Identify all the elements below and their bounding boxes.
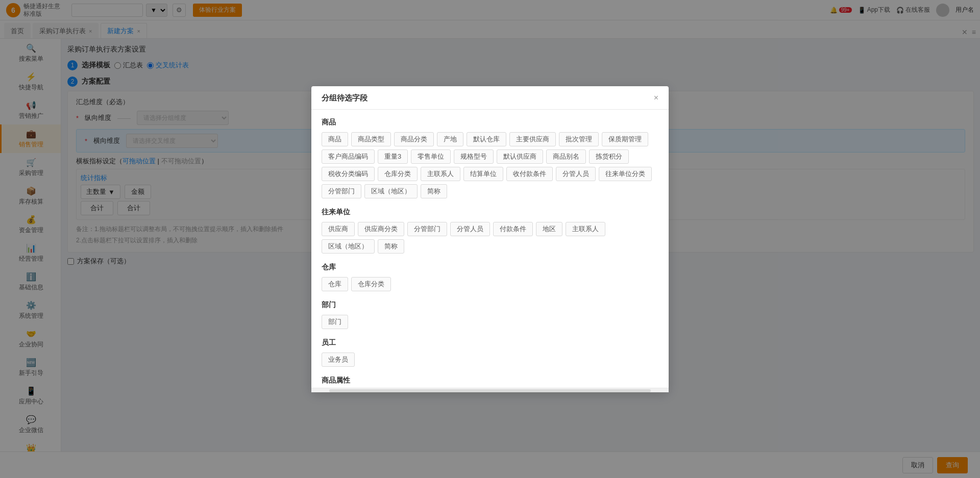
tag-dept[interactable]: 部门 xyxy=(322,315,348,329)
modal-body: 商品 商品 商品类型 商品分类 产地 默认仓库 主要供应商 批次管理 保质期管理… xyxy=(311,110,669,388)
tag-origin[interactable]: 产地 xyxy=(437,132,463,146)
tag-supervisor[interactable]: 分管人员 xyxy=(556,167,596,181)
tag-customer-code[interactable]: 客户商品编码 xyxy=(322,149,375,164)
tag-region2[interactable]: 区域（地区） xyxy=(322,239,375,254)
tag-product-alias[interactable]: 商品别名 xyxy=(546,149,586,164)
tag-supplier[interactable]: 供应商 xyxy=(322,222,355,236)
tag-product-type[interactable]: 商品类型 xyxy=(351,132,391,146)
tag-partner-cat[interactable]: 往来单位分类 xyxy=(599,167,652,181)
modal-overlay: 分组待选字段 × 商品 商品 商品类型 商品分类 产地 默认仓库 主要供应商 批… xyxy=(0,0,980,478)
tag-short-name[interactable]: 简称 xyxy=(421,184,447,198)
product-tags: 商品 商品类型 商品分类 产地 默认仓库 主要供应商 批次管理 保质期管理 客户… xyxy=(322,132,658,198)
tag-tax-code[interactable]: 税收分类编码 xyxy=(322,167,375,181)
section-employee-title: 员工 xyxy=(322,338,658,347)
tag-main-contact2[interactable]: 主联系人 xyxy=(566,222,605,236)
modal-hscroll[interactable] xyxy=(311,388,669,392)
tag-batch-mgmt[interactable]: 批次管理 xyxy=(559,132,599,146)
section-product-attr: 商品属性 属性 颜色 多规格 尺码 鞋码 1 xyxy=(322,376,658,388)
tag-retail-unit[interactable]: 零售单位 xyxy=(411,149,451,164)
section-product-attr-title: 商品属性 xyxy=(322,376,658,385)
employee-tags: 业务员 xyxy=(322,353,658,367)
tag-dept-charge[interactable]: 分管部门 xyxy=(322,184,361,198)
section-product-title: 商品 xyxy=(322,118,658,127)
field-select-modal: 分组待选字段 × 商品 商品 商品类型 商品分类 产地 默认仓库 主要供应商 批… xyxy=(311,86,669,392)
tag-salesperson[interactable]: 业务员 xyxy=(322,353,355,367)
section-partner: 往来单位 供应商 供应商分类 分管部门 分管人员 付款条件 地区 主联系人 区域… xyxy=(322,208,658,254)
tag-dept-person[interactable]: 分管人员 xyxy=(450,222,490,236)
tag-dept-mgmt[interactable]: 分管部门 xyxy=(407,222,447,236)
tag-pick-points[interactable]: 拣货积分 xyxy=(589,149,629,164)
tag-settlement-unit[interactable]: 结算单位 xyxy=(463,167,503,181)
tag-payment-terms[interactable]: 收付款条件 xyxy=(506,167,553,181)
section-warehouse-title: 仓库 xyxy=(322,263,658,272)
tag-product-category[interactable]: 商品分类 xyxy=(394,132,434,146)
tag-shelf-life[interactable]: 保质期管理 xyxy=(602,132,648,146)
tag-pay-terms[interactable]: 付款条件 xyxy=(493,222,533,236)
tag-weight3[interactable]: 重量3 xyxy=(378,149,408,164)
warehouse-tags: 仓库 仓库分类 xyxy=(322,277,658,291)
tag-warehouse-cat[interactable]: 仓库分类 xyxy=(378,167,418,181)
dept-tags: 部门 xyxy=(322,315,658,329)
tag-default-warehouse[interactable]: 默认仓库 xyxy=(467,132,506,146)
partner-tags: 供应商 供应商分类 分管部门 分管人员 付款条件 地区 主联系人 区域（地区） … xyxy=(322,222,658,254)
modal-close-btn[interactable]: × xyxy=(654,94,658,102)
section-product: 商品 商品 商品类型 商品分类 产地 默认仓库 主要供应商 批次管理 保质期管理… xyxy=(322,118,658,198)
tag-product[interactable]: 商品 xyxy=(322,132,348,146)
section-dept: 部门 部门 xyxy=(322,300,658,329)
section-warehouse: 仓库 仓库 仓库分类 xyxy=(322,263,658,291)
modal-header: 分组待选字段 × xyxy=(311,86,669,110)
tag-spec-model[interactable]: 规格型号 xyxy=(454,149,494,164)
tag-supplier-cat[interactable]: 供应商分类 xyxy=(358,222,404,236)
tag-warehouse[interactable]: 仓库 xyxy=(322,277,348,291)
tag-main-contact[interactable]: 主联系人 xyxy=(421,167,460,181)
tag-short-name2[interactable]: 简称 xyxy=(378,239,404,254)
section-partner-title: 往来单位 xyxy=(322,208,658,217)
modal-title: 分组待选字段 xyxy=(322,93,368,103)
tag-main-supplier[interactable]: 主要供应商 xyxy=(509,132,556,146)
tag-warehouse-cat2[interactable]: 仓库分类 xyxy=(351,277,391,291)
section-dept-title: 部门 xyxy=(322,300,658,310)
tag-region[interactable]: 区域（地区） xyxy=(364,184,418,198)
tag-area[interactable]: 地区 xyxy=(536,222,562,236)
section-employee: 员工 业务员 xyxy=(322,338,658,367)
tag-default-supplier[interactable]: 默认供应商 xyxy=(497,149,543,164)
